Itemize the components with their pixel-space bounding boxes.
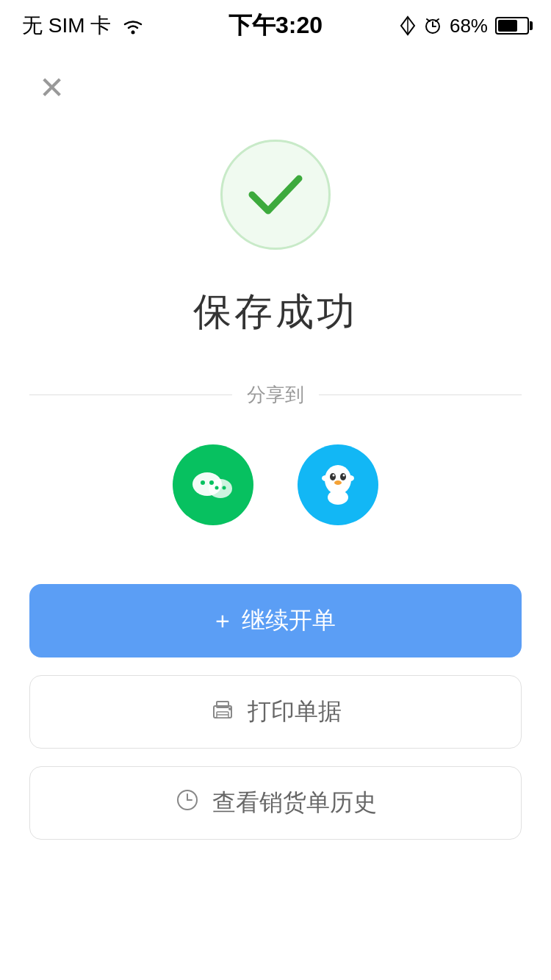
status-left: 无 SIM 卡 [22,12,146,40]
status-bar: 无 SIM 卡 下午3:20 68% [0,0,551,51]
status-right: 68% [400,15,529,37]
svg-line-6 [436,19,439,21]
svg-point-14 [330,473,336,480]
share-divider-row: 分享到 [29,382,522,408]
divider-left [29,394,232,395]
svg-point-0 [132,31,135,35]
history-label: 查看销货单历史 [212,787,377,819]
print-label: 打印单据 [248,696,342,728]
wifi-icon [120,15,146,36]
share-label: 分享到 [247,382,304,408]
divider-right [319,394,522,395]
success-title: 保存成功 [193,287,358,338]
continue-label: 继续开单 [242,605,336,637]
svg-point-15 [340,473,346,480]
plus-icon: + [215,607,230,635]
action-buttons: + 继续开单 打印单据 [29,584,522,840]
status-time: 下午3:20 [228,10,323,42]
svg-point-12 [223,486,226,490]
share-icons-row [173,444,378,525]
svg-point-18 [334,480,342,485]
svg-point-16 [333,475,335,477]
battery-percent: 68% [450,15,488,37]
svg-point-9 [201,480,205,485]
share-section: 分享到 [29,382,522,525]
qq-icon [316,459,360,511]
battery-fill [498,20,517,32]
close-button[interactable]: ✕ [29,66,73,110]
success-icon-container [220,140,331,250]
svg-point-17 [343,475,345,477]
svg-point-20 [322,475,329,481]
main-content: ✕ 保存成功 分享到 [0,51,551,980]
no-sim-text: 无 SIM 卡 [22,12,111,40]
close-icon: ✕ [39,73,65,104]
alarm-icon [423,15,442,36]
svg-line-5 [427,19,430,21]
qq-share-button[interactable] [298,444,378,525]
wechat-share-button[interactable] [173,444,253,525]
svg-point-11 [215,486,219,490]
battery-icon-container [495,17,529,35]
continue-button[interactable]: + 继续开单 [29,584,522,657]
battery-icon [495,17,529,35]
history-button[interactable]: 查看销货单历史 [29,766,522,840]
location-icon [400,15,416,36]
printer-icon [209,696,236,728]
svg-point-19 [328,490,348,505]
svg-point-10 [209,480,214,485]
svg-point-26 [228,707,231,710]
checkmark-icon [246,173,305,217]
print-button[interactable]: 打印单据 [29,675,522,749]
wechat-icon [188,464,238,506]
history-icon [174,787,201,819]
svg-point-21 [347,475,354,481]
